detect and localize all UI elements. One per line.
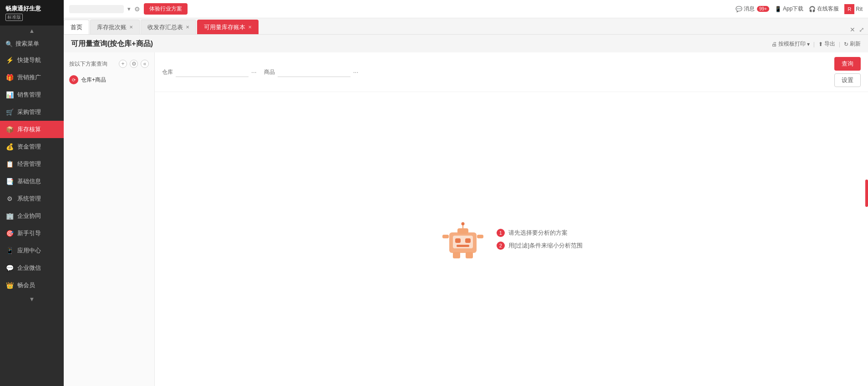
basic-icon: 📑 [5,177,14,185]
product-field: 商品 ··· [264,67,359,77]
empty-state: 1 请先选择要分析的方案 2 用[过滤]条件来缩小分析范围 [155,92,868,386]
settings-scheme-button[interactable]: ⚙ [130,60,138,68]
sidebar-item-inventory[interactable]: 📦 库存核算 [0,121,64,138]
refresh-icon: ↻ [844,41,848,47]
export-button[interactable]: ⬆ 导出 [818,40,835,48]
warehouse-input[interactable] [176,67,249,77]
settings-button[interactable]: 设置 [834,73,861,87]
sidebar-item-label: 基础信息 [17,177,41,185]
page-title: 可用量查询(按仓库+商品) [71,39,153,49]
tab-batch-ledger-close[interactable]: ✕ [129,25,133,30]
app-download-button[interactable]: 📱 App下载 [775,5,803,13]
scheme-warehouse-product[interactable]: ⟳ 仓库+商品 [64,72,154,88]
svg-rect-9 [466,252,473,258]
sidebar-item-operations[interactable]: 📋 经营管理 [0,155,64,173]
scheme-icon: ⟳ [69,75,78,84]
warehouse-label: 仓库 [162,68,173,76]
export-label: 导出 [824,40,835,48]
tab-home-label: 首页 [71,23,82,31]
gear-icon[interactable]: ⚙ [134,5,140,13]
sidebar-item-wechat[interactable]: 💬 企业微信 [0,259,64,277]
collapse-scheme-button[interactable]: « [141,60,149,68]
sidebar-item-label: 采购管理 [17,108,41,116]
separator-2: | [839,41,840,47]
sidebar: 畅康通好生意 标准版 ▲ 🔍 搜索菜单 ⚡ 快捷导航 🎁 营销推广 📊 销售管理… [0,0,64,386]
sidebar-item-system[interactable]: ⚙ 系统管理 [0,190,64,207]
tab-inventory-summary[interactable]: 收发存汇总表 ✕ [141,20,196,34]
tab-inventory-summary-close[interactable]: ✕ [186,25,189,30]
tab-batch-ledger[interactable]: 库存批次账 ✕ [90,20,140,34]
add-scheme-button[interactable]: + [119,60,127,68]
tab-available-ledger[interactable]: 可用量库存账本 ✕ [197,20,259,34]
sidebar-item-purchase[interactable]: 🛒 采购管理 [0,103,64,121]
sidebar-item-sales[interactable]: 📊 销售管理 [0,86,64,103]
export-icon: ⬆ [818,41,823,47]
sidebar-scroll-up[interactable]: ▲ [0,26,64,36]
sidebar-item-finance[interactable]: 💰 资金管理 [0,138,64,155]
svg-rect-8 [453,252,460,258]
enterprise-icon: 🏢 [5,212,14,220]
industry-solution-button[interactable]: 体验行业方案 [144,3,188,15]
sidebar-item-enterprise[interactable]: 🏢 企业协同 [0,207,64,225]
robot-svg [440,216,486,262]
warehouse-more-icon[interactable]: ··· [251,68,257,76]
sidebar-item-search[interactable]: 🔍 搜索菜单 [0,36,64,51]
sidebar-item-newbie[interactable]: 🎯 新手引导 [0,225,64,242]
edition-badge: 标准版 [5,14,23,21]
wechat-icon: 💬 [5,264,14,272]
empty-illustration [440,216,486,262]
svg-rect-11 [477,235,483,238]
app-name: 畅康通好生意 [5,5,58,13]
svg-rect-2 [455,238,461,243]
filter-actions: 查询 设置 [834,57,861,87]
sidebar-item-label: 新手引导 [17,229,41,237]
sales-icon: 📊 [5,91,14,99]
tip-num-1: 1 [497,229,505,237]
marketing-icon: 🎁 [5,73,14,82]
product-input[interactable] [278,67,350,77]
user-profile-button[interactable]: R Rit [844,4,863,14]
breadcrumb-input[interactable] [69,5,124,13]
empty-tip-2: 2 用[过滤]条件来缩小分析范围 [497,242,583,250]
sidebar-item-basic[interactable]: 📑 基础信息 [0,173,64,190]
sidebar-search-label: 搜索菜单 [15,40,39,48]
sidebar-item-quick-nav[interactable]: ⚡ 快捷导航 [0,51,64,69]
sidebar-item-apps[interactable]: 📱 应用中心 [0,242,64,259]
messages-button[interactable]: 💬 消息 99+ [736,5,769,13]
online-service-button[interactable]: 🎧 在线客服 [809,5,839,13]
print-chevron-icon[interactable]: ▾ [807,41,810,47]
empty-tips: 1 请先选择要分析的方案 2 用[过滤]条件来缩小分析范围 [497,229,583,250]
separator-1: | [813,41,815,47]
sidebar-scroll-down[interactable]: ▼ [0,294,64,304]
sidebar-item-label: 经营管理 [17,160,41,168]
print-template-button[interactable]: 🖨 按模板打印 ▾ [772,40,810,48]
side-scrollbar[interactable] [865,180,868,207]
user-name: Rit [856,6,863,12]
content-area: 按以下方案查询 + ⚙ « ⟳ 仓库+商品 仓库 ··· [64,52,868,386]
main-area: ▾ ⚙ 体验行业方案 💬 消息 99+ 📱 App下载 🎧 在线客服 R Rit [64,0,868,386]
sidebar-item-label: 资金管理 [17,143,41,151]
sidebar-item-member[interactable]: 👑 畅会员 [0,277,64,294]
filter-title-actions: + ⚙ « [119,60,149,68]
sidebar-item-label: 畅会员 [17,281,35,289]
sidebar-item-label: 库存核算 [17,125,41,134]
tab-home[interactable]: 首页 [64,20,89,34]
quick-nav-icon: ⚡ [5,56,14,64]
chevron-down-icon[interactable]: ▾ [127,5,131,12]
topbar: ▾ ⚙ 体验行业方案 💬 消息 99+ 📱 App下载 🎧 在线客服 R Rit [64,0,868,18]
search-icon: 🔍 [5,41,13,47]
sidebar-item-marketing[interactable]: 🎁 营销推广 [0,69,64,86]
refresh-button[interactable]: ↻ 刷新 [844,40,861,48]
newbie-icon: 🎯 [5,229,14,237]
close-tab-button[interactable]: ✕ [850,26,855,33]
maximize-button[interactable]: ⤢ [859,26,864,33]
topbar-right: 💬 消息 99+ 📱 App下载 🎧 在线客服 R Rit [736,4,863,14]
product-more-icon[interactable]: ··· [353,68,359,76]
system-icon: ⚙ [5,195,14,203]
query-button[interactable]: 查询 [834,57,861,71]
tab-available-ledger-close[interactable]: ✕ [248,25,252,30]
app-download-label: App下载 [783,5,803,13]
scheme-label: 仓库+商品 [81,76,106,84]
operations-icon: 📋 [5,160,14,168]
tip-text-1: 请先选择要分析的方案 [508,229,568,237]
